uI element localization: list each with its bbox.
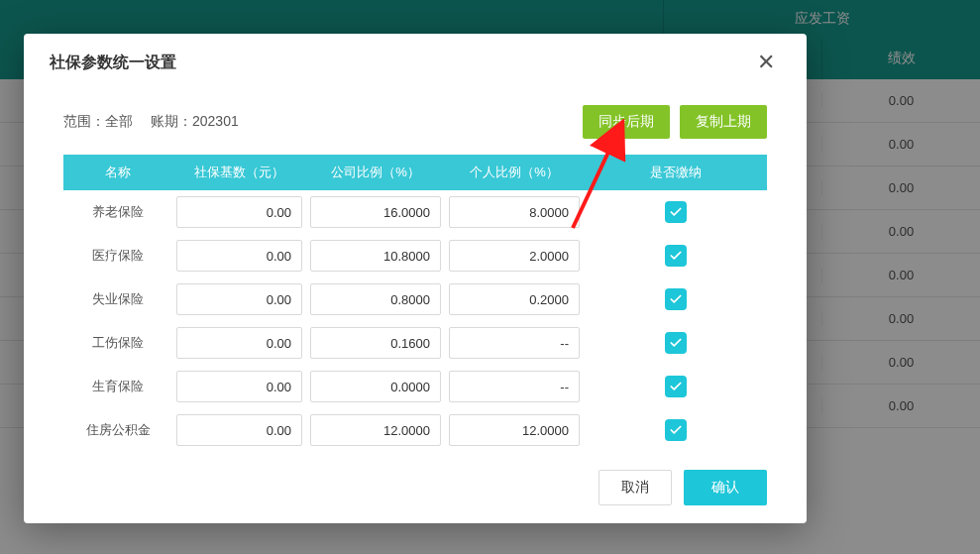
th-company: 公司比例（%） [306,155,445,190]
company-ratio-input[interactable] [310,371,441,402]
th-base: 社保基数（元） [172,155,306,190]
pay-checkbox[interactable] [665,288,687,310]
table-row: 失业保险 [63,277,767,321]
confirm-button[interactable]: 确认 [684,470,767,505]
close-icon: ✕ [757,50,775,74]
pay-checkbox[interactable] [665,419,687,441]
personal-ratio-input[interactable] [449,240,580,272]
period-value: 202301 [192,113,239,129]
table-row: 生育保险 [63,365,767,408]
modal-title: 社保参数统一设置 [50,53,176,73]
company-ratio-input[interactable] [310,283,441,315]
check-icon [669,205,683,219]
check-icon [669,292,683,306]
personal-ratio-input[interactable] [449,414,580,446]
th-pay: 是否缴纳 [584,155,767,190]
modal-header: 社保参数统一设置 ✕ [24,34,807,83]
th-name: 名称 [63,155,172,190]
base-input[interactable] [176,196,302,228]
table-row: 住房公积金 [63,408,767,452]
base-input[interactable] [176,240,302,272]
range-value: 全部 [105,113,133,129]
cancel-button[interactable]: 取消 [599,470,672,505]
th-personal: 个人比例（%） [445,155,584,190]
period-prefix: 账期： [151,113,192,129]
personal-ratio-input[interactable] [449,371,580,402]
table-header: 名称 社保基数（元） 公司比例（%） 个人比例（%） 是否缴纳 [63,155,767,190]
personal-ratio-input[interactable] [449,327,580,359]
base-input[interactable] [176,371,302,402]
row-name: 工伤保险 [63,334,172,352]
pay-checkbox[interactable] [665,201,687,223]
company-ratio-input[interactable] [310,414,441,446]
company-ratio-input[interactable] [310,327,441,359]
sync-later-button[interactable]: 同步后期 [583,105,670,139]
row-name: 生育保险 [63,378,172,395]
check-icon [669,380,683,393]
modal-toolbar: 范围：全部 账期：202301 同步后期 复制上期 [24,83,807,149]
company-ratio-input[interactable] [310,240,441,272]
copy-previous-button[interactable]: 复制上期 [680,105,767,139]
company-ratio-input[interactable] [310,196,441,228]
personal-ratio-input[interactable] [449,196,580,228]
pay-checkbox[interactable] [665,332,687,354]
check-icon [669,423,683,437]
close-button[interactable]: ✕ [751,52,781,73]
table-row: 医疗保险 [63,234,767,277]
params-table: 名称 社保基数（元） 公司比例（%） 个人比例（%） 是否缴纳 养老保险医疗保险… [63,155,767,452]
modal-footer: 取消 确认 [24,452,807,505]
check-icon [669,249,683,263]
row-name: 医疗保险 [63,247,172,265]
social-insurance-modal: 社保参数统一设置 ✕ 范围：全部 账期：202301 同步后期 复制上期 名称 … [24,34,807,523]
pay-checkbox[interactable] [665,376,687,397]
base-input[interactable] [176,283,302,315]
table-row: 工伤保险 [63,321,767,365]
table-row: 养老保险 [63,190,767,234]
range-label: 范围：全部 [63,113,133,131]
check-icon [669,336,683,350]
row-name: 养老保险 [63,203,172,221]
pay-checkbox[interactable] [665,245,687,267]
base-input[interactable] [176,327,302,359]
base-input[interactable] [176,414,302,446]
row-name: 失业保险 [63,290,172,308]
period-label: 账期：202301 [151,113,239,131]
personal-ratio-input[interactable] [449,283,580,315]
row-name: 住房公积金 [63,421,172,439]
range-prefix: 范围： [63,113,105,129]
